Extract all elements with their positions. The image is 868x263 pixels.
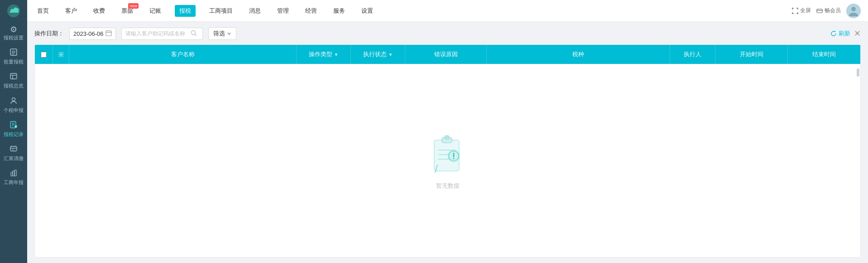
op-type-sort-icon: ▼	[334, 52, 339, 57]
svg-point-8	[12, 97, 15, 101]
date-label: 操作日期：	[34, 29, 64, 38]
th-tax-type: 税种	[487, 45, 670, 64]
nav-item-home[interactable]: 首页	[34, 5, 52, 17]
filter-button[interactable]: 筛选	[208, 27, 236, 40]
settlement-icon	[10, 145, 18, 154]
nav-item-manage[interactable]: 管理	[274, 5, 292, 17]
select-all-checkbox[interactable]	[41, 52, 47, 58]
sidebar-item-tax-settings-label: 报税设置	[4, 35, 24, 41]
calendar-icon	[106, 30, 112, 38]
th-op-type[interactable]: 操作类型 ▼	[297, 45, 351, 64]
nav-item-billing[interactable]: 收费	[91, 5, 108, 17]
sidebar-item-tax-settings[interactable]: ⚙ 报税设置	[0, 22, 27, 44]
toolbar-right: 刷新 ✕	[830, 29, 861, 39]
nav-item-customer[interactable]: 客户	[62, 5, 80, 17]
th-customer: 客户名称	[69, 45, 297, 64]
nav-item-bookkeeping[interactable]: 记账	[147, 5, 164, 17]
tax-settings-icon: ⚙	[10, 25, 17, 34]
sidebar-item-annual-report-label: 工商年报	[4, 180, 24, 185]
nav-item-message[interactable]: 消息	[246, 5, 264, 17]
th-end-time: 结束时间	[788, 45, 860, 64]
sidebar-item-personal-tax-label: 个税申报	[4, 107, 24, 113]
sidebar-item-personal-tax[interactable]: 个税申报	[0, 93, 27, 117]
empty-state: 暂无数据	[427, 131, 468, 190]
status-sort-icon: ▼	[388, 52, 393, 57]
sidebar-item-annual-report[interactable]: 工商年报	[0, 165, 27, 189]
svg-rect-1	[10, 49, 17, 55]
sidebar-item-settlement[interactable]: 汇算清缴	[0, 141, 27, 165]
svg-rect-21	[11, 172, 13, 176]
sidebar-item-batch-tax-label: 批量报税	[4, 59, 24, 65]
nav-item-business[interactable]: 工商项目	[206, 5, 235, 17]
batch-tax-icon	[10, 48, 18, 58]
nav-item-service[interactable]: 服务	[331, 5, 348, 17]
svg-point-44	[453, 158, 454, 160]
user-avatar[interactable]	[846, 4, 861, 18]
sidebar-item-tax-overview[interactable]: 报税总览	[0, 68, 27, 93]
filter-label: 筛选	[213, 29, 225, 38]
table-body: 暂无数据	[35, 64, 860, 257]
th-checkbox[interactable]	[35, 45, 53, 64]
annual-report-icon	[10, 169, 18, 178]
sidebar-item-tax-records-label: 报税记录	[4, 132, 24, 137]
svg-point-32	[191, 30, 195, 34]
th-error: 错误原因	[405, 45, 487, 64]
svg-point-34	[60, 54, 62, 55]
top-nav: 首页 客户 收费 票据 new 记账 报税 工商项目 消息 管理 经营	[27, 0, 868, 22]
empty-illustration	[427, 131, 468, 176]
table-container: 客户名称 操作类型 ▼ 执行状态 ▼ 错误原因 税种 执行人	[34, 44, 861, 258]
svg-point-27	[851, 7, 856, 11]
tax-overview-icon	[10, 72, 18, 82]
sidebar-logo	[0, 0, 27, 22]
table-header: 客户名称 操作类型 ▼ 执行状态 ▼ 错误原因 税种 执行人	[35, 45, 860, 64]
search-input[interactable]	[125, 30, 189, 37]
toolbar: 操作日期： 2023-06-06	[34, 27, 861, 40]
invoice-badge: new	[128, 3, 139, 9]
sidebar-item-batch-tax[interactable]: 批量报税	[0, 44, 27, 68]
nav-item-settings[interactable]: 设置	[359, 5, 376, 17]
empty-text: 暂无数据	[436, 182, 460, 190]
tax-records-icon	[10, 121, 18, 130]
svg-point-15	[16, 127, 16, 127]
refresh-button[interactable]: 刷新	[830, 29, 850, 38]
th-start-time: 开始时间	[715, 45, 788, 64]
close-button[interactable]: ✕	[854, 29, 861, 39]
content-area: 操作日期： 2023-06-06	[27, 22, 868, 263]
nav-item-operation[interactable]: 经营	[302, 5, 320, 17]
nav-item-tax[interactable]: 报税	[175, 5, 196, 17]
personal-tax-icon	[10, 97, 18, 106]
date-value: 2023-06-06	[73, 30, 104, 37]
nav-right: 全屏 畅会员	[792, 4, 861, 18]
th-gear[interactable]	[53, 45, 69, 64]
sidebar-item-settlement-label: 汇算清缴	[4, 156, 24, 161]
th-status[interactable]: 执行状态 ▼	[351, 45, 405, 64]
svg-line-33	[195, 34, 197, 36]
search-box[interactable]	[121, 28, 203, 40]
main-wrapper: 首页 客户 收费 票据 new 记账 报税 工商项目 消息 管理 经营	[27, 0, 868, 263]
svg-rect-23	[14, 170, 16, 176]
sidebar-item-tax-overview-label: 报税总览	[4, 83, 24, 89]
svg-rect-28	[106, 31, 111, 36]
svg-rect-16	[10, 146, 17, 151]
sidebar-item-tax-records[interactable]: 报税记录	[0, 117, 27, 141]
scrollbar-thumb[interactable]	[857, 68, 859, 77]
svg-rect-5	[10, 73, 17, 79]
date-picker[interactable]: 2023-06-06	[69, 28, 116, 40]
fullscreen-btn[interactable]: 全屏	[792, 7, 811, 15]
search-icon[interactable]	[191, 30, 197, 38]
nav-item-invoice[interactable]: 票据 new	[119, 5, 136, 17]
refresh-label: 刷新	[839, 29, 850, 38]
th-executor: 执行人	[670, 45, 715, 64]
svg-rect-24	[817, 9, 822, 13]
sidebar: ⚙ 报税设置 批量报税 报税总览	[0, 0, 27, 263]
svg-rect-37	[445, 136, 449, 139]
member-btn[interactable]: 畅会员	[816, 7, 841, 15]
